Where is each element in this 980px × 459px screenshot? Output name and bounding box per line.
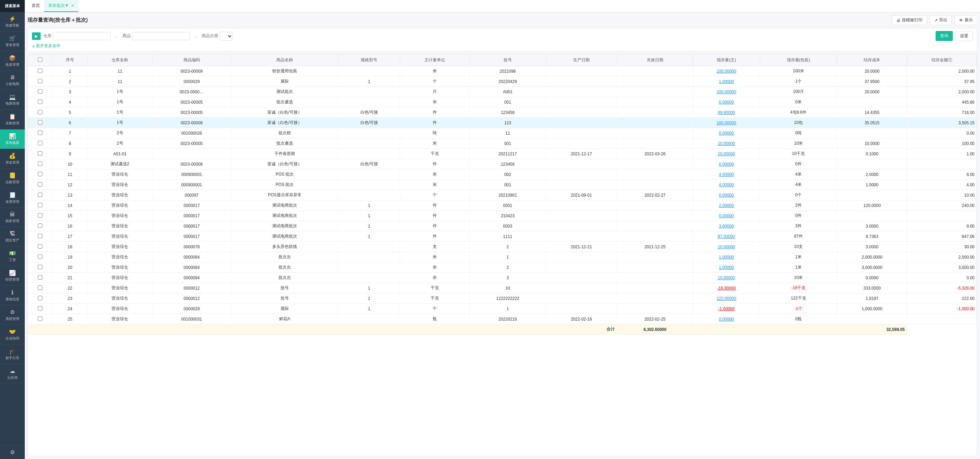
cell-expire-date: [617, 304, 693, 314]
sidebar-item-工资[interactable]: 💵工资: [0, 247, 25, 266]
qty-main-link[interactable]: 49.60000: [718, 110, 735, 115]
qty-main-link[interactable]: 3.00000: [719, 224, 734, 229]
print-button[interactable]: 🖨 按模板打印: [892, 15, 927, 25]
goods-input[interactable]: [132, 32, 190, 40]
expand-conditions[interactable]: ∨ 展开更多条件: [32, 43, 60, 49]
sidebar-item-批发管理[interactable]: 📦批发管理: [0, 51, 25, 71]
qty-main-link[interactable]: 4.00000: [719, 183, 734, 187]
row-checkbox[interactable]: [38, 223, 42, 228]
filter-area: ▶ 仓库 ... 商品 ... 商品分类 查询: [27, 28, 977, 52]
qty-main-link[interactable]: -16.00000: [717, 286, 736, 291]
sidebar-logo[interactable]: 搜索菜单: [0, 0, 25, 12]
row-checkbox[interactable]: [38, 285, 42, 290]
qty-main-link[interactable]: 100.00000: [717, 69, 736, 74]
show-button[interactable]: 👁 展示: [955, 15, 977, 25]
row-checkbox[interactable]: [38, 265, 42, 269]
search-button[interactable]: 查询: [935, 31, 953, 41]
qty-main-link[interactable]: 0.00000: [719, 317, 734, 322]
sidebar-item-小批电商[interactable]: 🖥小批电商: [0, 71, 25, 90]
sidebar-settings-button[interactable]: ⚙: [0, 445, 25, 459]
qty-main-link[interactable]: 1.00000: [719, 265, 734, 270]
tab-1[interactable]: 库存批次▼✕: [44, 0, 78, 12]
row-checkbox[interactable]: [38, 213, 42, 218]
row-checkbox[interactable]: [38, 89, 42, 94]
sidebar-item-基础信息[interactable]: ℹ基础信息: [0, 286, 25, 305]
row-checkbox[interactable]: [38, 275, 42, 280]
export-button[interactable]: ↗ 导出: [930, 15, 952, 25]
select-all-checkbox[interactable]: [38, 57, 42, 62]
row-checkbox[interactable]: [38, 120, 42, 125]
row-checkbox[interactable]: [38, 182, 42, 186]
qty-main-link[interactable]: 0.00000: [719, 131, 734, 135]
qty-main-link[interactable]: 0.00000: [719, 162, 734, 167]
sidebar-item-库存核算[interactable]: 📊库存核算: [0, 129, 25, 149]
qty-main-link[interactable]: 0.00000: [719, 100, 734, 105]
cell-code: 0023-00005: [152, 107, 231, 118]
qty-main-link[interactable]: 100.00000: [717, 121, 736, 125]
sidebar-item-云应用[interactable]: ☁云应用: [0, 364, 25, 384]
qty-main-link[interactable]: 100.00000: [717, 89, 736, 94]
row-checkbox[interactable]: [38, 296, 42, 300]
row-checkbox[interactable]: [38, 172, 42, 176]
sidebar-item-系统管理[interactable]: ⚙系统管理: [0, 305, 25, 325]
row-checkbox[interactable]: [38, 234, 42, 238]
row-checkbox[interactable]: [38, 79, 42, 83]
qty-main-link[interactable]: 122.00000: [717, 296, 736, 301]
sidebar-item-零售管理[interactable]: 🛒零售管理: [0, 32, 25, 51]
qty-main-link[interactable]: 10.00000: [718, 276, 735, 280]
qty-main-link[interactable]: 2.00000: [719, 203, 734, 208]
cell-amount: 37.95: [907, 76, 977, 87]
sidebar-item-企业协同[interactable]: 🤝企业协同: [0, 325, 25, 345]
row-checkbox[interactable]: [38, 255, 42, 259]
sidebar-item-税务管理[interactable]: 🏛税务管理: [0, 208, 25, 227]
cell-index: 22: [52, 283, 88, 293]
sidebar-item-新手引导[interactable]: 🎓新手引导: [0, 345, 25, 364]
category-select[interactable]: [220, 32, 233, 41]
sidebar-item-总账管理[interactable]: 📒总账管理: [0, 169, 25, 188]
cell-cost: [837, 190, 907, 201]
filter-arrow-button[interactable]: ▶: [32, 32, 41, 40]
row-checkbox[interactable]: [38, 110, 42, 114]
row-checkbox[interactable]: [38, 161, 42, 166]
settings-button[interactable]: 设置: [956, 31, 973, 41]
row-checkbox[interactable]: [38, 151, 42, 156]
sidebar-item-采购管理[interactable]: 📋采购管理: [0, 110, 25, 129]
qty-main-link[interactable]: 1.00000: [719, 79, 734, 84]
qty-main-link[interactable]: 87.00000: [718, 234, 735, 239]
sidebar-item-资金管理[interactable]: 💰资金管理: [0, 149, 25, 169]
tab-close-1[interactable]: ✕: [71, 3, 74, 8]
sidebar-item-发票管理[interactable]: 🧾发票管理: [0, 188, 25, 208]
row-checkbox[interactable]: [38, 99, 42, 104]
qty-main-link[interactable]: 10.00000: [718, 244, 735, 249]
cell-spec: [338, 97, 400, 107]
sidebar-item-快捷导航[interactable]: ⚡快捷导航: [0, 12, 25, 32]
qty-main-link[interactable]: 0.00000: [719, 214, 734, 218]
warehouse-input[interactable]: [53, 32, 111, 40]
cell-code: 0000029: [152, 76, 231, 87]
qty-main-link[interactable]: 10.00000: [718, 141, 735, 146]
row-checkbox[interactable]: [38, 306, 42, 311]
cell-batch: 1222222222: [469, 293, 546, 304]
cell-amount: 0.00: [907, 128, 977, 139]
sidebar-item-固定资产[interactable]: 🏗固定资产: [0, 227, 25, 247]
row-checkbox[interactable]: [38, 69, 42, 73]
cell-code: 0023-00008: [152, 159, 231, 169]
qty-main-link[interactable]: 1.00000: [719, 255, 734, 260]
row-checkbox[interactable]: [38, 203, 42, 207]
qty-main-link[interactable]: -1.00000: [718, 306, 735, 311]
tab-0[interactable]: 首页: [27, 0, 44, 12]
cell-unit: 件: [400, 118, 470, 128]
row-checkbox[interactable]: [38, 141, 42, 145]
qty-main-link[interactable]: 4.00000: [719, 172, 734, 177]
row-checkbox[interactable]: [38, 131, 42, 135]
sidebar-item-电商管理[interactable]: 💻电商管理: [0, 90, 25, 110]
qty-main-link[interactable]: 10.00000: [718, 151, 735, 156]
row-checkbox[interactable]: [38, 193, 42, 197]
cell-unit: 米: [400, 169, 470, 180]
sidebar-item-经营管理[interactable]: 📈经营管理: [0, 266, 25, 286]
row-checkbox[interactable]: [38, 244, 42, 249]
row-checkbox[interactable]: [38, 316, 42, 321]
cell-produce-date: [546, 159, 617, 169]
qty-main-link[interactable]: 0.00000: [719, 193, 734, 198]
cell-code: 0000084: [152, 252, 231, 262]
